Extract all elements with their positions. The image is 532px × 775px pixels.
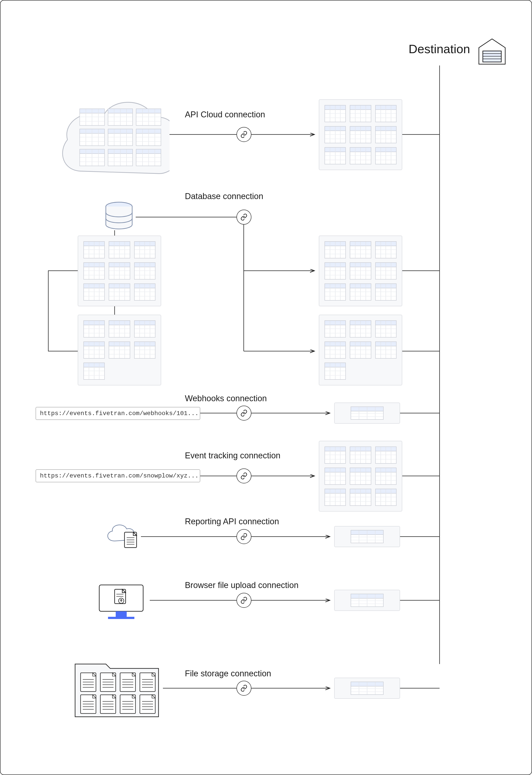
link-icon <box>236 468 251 483</box>
event-tracking-url: https://events.fivetran.com/snowplow/xyz… <box>36 469 200 482</box>
file-storage-label: File storage connection <box>185 669 271 678</box>
link-icon <box>236 210 251 225</box>
reporting-api-dest-table <box>334 526 400 547</box>
svg-rect-12 <box>108 617 134 619</box>
link-icon <box>236 681 251 696</box>
svg-rect-11 <box>116 611 127 617</box>
link-icon <box>236 406 251 421</box>
destination-title: Destination <box>409 42 470 56</box>
cloud-document-icon <box>104 521 143 552</box>
database-label: Database connection <box>185 191 263 201</box>
link-icon <box>236 593 251 608</box>
file-storage-dest-table <box>334 678 400 699</box>
monitor-upload-icon <box>95 580 150 625</box>
api-cloud-label: API Cloud connection <box>185 110 265 119</box>
webhooks-url: https://events.fivetran.com/webhooks/101… <box>36 407 200 420</box>
db-dest-tables-1 <box>319 236 402 306</box>
diagram-frame: Destination API Cloud connection <box>0 0 532 775</box>
event-tracking-dest-tables <box>319 441 402 511</box>
warehouse-icon <box>477 36 507 66</box>
event-tracking-label: Event tracking connection <box>185 451 280 460</box>
link-icon <box>236 127 251 142</box>
db-source-tables-2 <box>78 315 161 385</box>
browser-upload-label: Browser file upload connection <box>185 580 299 590</box>
webhooks-label: Webhooks connection <box>185 394 267 403</box>
folder-files-icon <box>71 651 163 726</box>
db-source-tables-1 <box>78 236 161 306</box>
webhooks-dest-table <box>334 403 400 424</box>
browser-upload-dest-table <box>334 590 400 611</box>
link-icon <box>236 529 251 544</box>
reporting-api-label: Reporting API connection <box>185 517 279 526</box>
api-cloud-dest-tables <box>319 99 402 170</box>
database-icon <box>101 201 137 233</box>
cloud-source-tables <box>79 108 161 166</box>
db-dest-tables-2 <box>319 315 402 385</box>
